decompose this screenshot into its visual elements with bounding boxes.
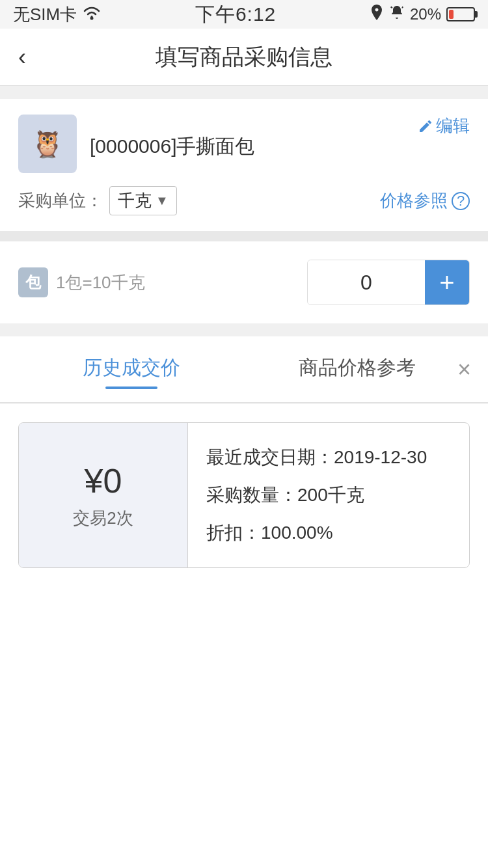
quantity-input-group: + <box>307 260 470 305</box>
price-amount: ¥0 <box>85 461 122 500</box>
unit-select-arrow-icon: ▼ <box>156 193 169 208</box>
product-image: 🦉 <box>18 115 77 173</box>
price-ref-button[interactable]: 价格参照 ? <box>380 189 470 212</box>
latest-date-label: 最近成交日期： <box>206 447 334 467</box>
unit-select[interactable]: 千克 ▼ <box>109 186 177 215</box>
battery-icon <box>446 7 475 21</box>
tab-inactive-underline <box>331 387 383 389</box>
discount-value: 100.00% <box>261 522 333 543</box>
product-thumbnail-icon: 🦉 <box>31 129 64 159</box>
tab-history-price[interactable]: 历史成交价 <box>18 336 244 402</box>
quantity-plus-button[interactable]: + <box>425 260 469 305</box>
product-header: 🦉 [0000006]手撕面包 编辑 <box>18 115 470 173</box>
unit-value: 千克 <box>118 189 152 212</box>
unit-conversion: 1包=10千克 <box>56 271 145 294</box>
location-icon <box>370 4 384 25</box>
price-data-card: ¥0 交易2次 最近成交日期：2019-12-30 采购数量：200千克 折扣：… <box>18 422 470 568</box>
price-right-panel: 最近成交日期：2019-12-30 采购数量：200千克 折扣：100.00% <box>188 423 469 567</box>
purchase-qty-label: 采购数量： <box>206 485 297 505</box>
edit-label: 编辑 <box>436 115 470 137</box>
page-title: 填写商品采购信息 <box>156 42 332 72</box>
wifi-icon <box>82 5 102 25</box>
status-bar: 无SIM卡 下午6:12 20% <box>0 0 488 29</box>
alarm-icon <box>389 5 405 24</box>
tab-active-underline <box>105 387 157 389</box>
bottom-space <box>0 586 488 868</box>
price-ref-help-icon: ? <box>452 192 470 210</box>
status-right: 20% <box>370 4 475 25</box>
quantity-row: 包 1包=10千克 + <box>0 241 488 323</box>
unit-label: 采购单位： <box>18 189 103 212</box>
status-time: 下午6:12 <box>195 1 276 28</box>
edit-button[interactable]: 编辑 <box>418 115 470 137</box>
quantity-unit-info: 包 1包=10千克 <box>18 267 145 297</box>
svg-point-0 <box>90 16 94 20</box>
tabs-close-button[interactable]: × <box>451 349 478 390</box>
tab-price-reference-label: 商品价格参考 <box>299 355 416 381</box>
unit-box: 包 <box>18 267 48 297</box>
price-data-section: ¥0 交易2次 最近成交日期：2019-12-30 采购数量：200千克 折扣：… <box>0 404 488 586</box>
back-button[interactable]: ‹ <box>18 44 26 71</box>
quantity-input[interactable] <box>308 260 425 305</box>
latest-date-row: 最近成交日期：2019-12-30 <box>206 444 451 471</box>
discount-label: 折扣： <box>206 522 261 543</box>
status-left: 无SIM卡 <box>13 3 102 26</box>
discount-row: 折扣：100.00% <box>206 519 451 547</box>
battery-text: 20% <box>410 5 441 23</box>
product-card: 🦉 [0000006]手撕面包 编辑 采购单位： 千克 ▼ 价格参照 ? <box>0 99 488 231</box>
nav-bar: ‹ 填写商品采购信息 <box>0 29 488 86</box>
purchase-qty-value: 200千克 <box>297 485 364 505</box>
product-name: [0000006]手撕面包 <box>90 133 254 160</box>
tab-price-reference[interactable]: 商品价格参考 <box>244 336 470 402</box>
purchase-qty-row: 采购数量：200千克 <box>206 481 451 509</box>
price-ref-label: 价格参照 <box>380 189 448 212</box>
carrier-text: 无SIM卡 <box>13 3 77 26</box>
price-left-panel: ¥0 交易2次 <box>19 423 188 567</box>
product-left: 🦉 [0000006]手撕面包 <box>18 115 254 173</box>
product-unit-row: 采购单位： 千克 ▼ 价格参照 ? <box>18 186 470 215</box>
trade-count: 交易2次 <box>73 507 133 530</box>
section-divider <box>0 231 488 241</box>
tabs-container: 历史成交价 商品价格参考 × <box>0 336 488 403</box>
latest-date-value: 2019-12-30 <box>334 447 427 467</box>
tab-history-price-label: 历史成交价 <box>83 355 180 381</box>
tabs-row: 历史成交价 商品价格参考 × <box>0 336 488 402</box>
